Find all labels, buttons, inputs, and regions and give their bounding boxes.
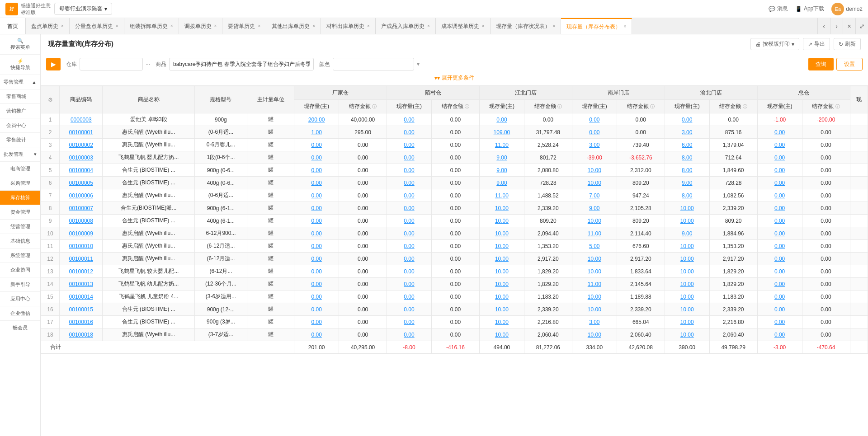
table-row: 6 00100005 合生元 (BIOSTIME) ... 400g (0-6.… — [41, 177, 868, 189]
tab-close-clck[interactable]: × — [366, 18, 371, 34]
sidebar-item-retailshop[interactable]: 零售商城 — [0, 89, 40, 104]
tab-fenliang[interactable]: 分量盘点单历史 × — [70, 18, 124, 34]
app-download-button[interactable]: 📱 App下载 — [795, 5, 824, 13]
sidebar-item-basics[interactable]: 基础信息 — [0, 234, 40, 248]
tab-pandian[interactable]: 盘点单历史 × — [26, 18, 70, 34]
info-icon1: ⓘ — [372, 104, 377, 109]
tab-clck[interactable]: 材料出库单历史 × — [321, 18, 376, 34]
tab-fullscreen-button[interactable]: ⤢ — [855, 18, 868, 34]
tab-kczt[interactable]: 现存量（库存状况表） × — [491, 18, 561, 34]
sidebar-item-quicknav[interactable]: ⚡ 快捷导航 — [0, 55, 40, 75]
sidebar-item-inventory[interactable]: 库存核算 — [0, 191, 40, 205]
table-row: 17 00100016 合生元 (BIOSTIME) ... 900g (3岁.… — [41, 316, 868, 328]
col-total-amt: 结存金额 ⓘ — [802, 100, 850, 113]
row-extra — [850, 227, 868, 240]
row-c5-amt: 1,379.04 — [709, 139, 757, 151]
row-c2-amt: 0.00 — [431, 177, 479, 189]
user-menu[interactable]: Ea demo2 — [831, 3, 863, 15]
warehouse-dots-button[interactable]: ··· — [146, 61, 150, 67]
tab-close-cbtz[interactable]: × — [481, 18, 486, 34]
print-button[interactable]: 🖨 按模版打印 ▾ — [750, 38, 799, 50]
sidebar-item-ecommerce[interactable]: 电商管理 — [0, 162, 40, 176]
tab-prev-button[interactable]: ‹ — [817, 18, 830, 34]
row-total-qty: 0.00 — [757, 202, 802, 215]
tab-close-fenliang[interactable]: × — [115, 18, 119, 34]
row-total-amt: 0.00 — [802, 328, 850, 341]
expand-conditions-button[interactable]: ▾▾ 展开更多条件 — [434, 74, 474, 82]
sidebar-item-marketing[interactable]: 营销推广 — [0, 104, 40, 118]
row-c2-amt: 0.00 — [431, 126, 479, 139]
row-code: 00100007 — [60, 202, 103, 215]
row-c3-qty: 10.00 — [480, 303, 524, 316]
sidebar-item-member[interactable]: 会员中心 — [0, 118, 40, 133]
row-total-qty: 0.00 — [757, 303, 802, 316]
sidebar-item-retail[interactable]: 零售管理 ▲ — [0, 75, 40, 89]
tab-close-yaohuo[interactable]: × — [257, 18, 261, 34]
row-c2-qty: 0.00 — [387, 113, 432, 126]
filter-collapse-btn[interactable]: ▶ — [46, 58, 61, 70]
tab-close-ccrkd[interactable]: × — [426, 18, 431, 34]
refresh-button[interactable]: ↻ 刷新 — [834, 38, 861, 50]
col-settings[interactable]: ⚙ — [41, 86, 60, 113]
sidebar-item-wholesale[interactable]: 批发管理 ▾ — [0, 147, 40, 162]
color-input[interactable] — [333, 58, 414, 70]
settings-button[interactable]: 设置 — [836, 58, 863, 70]
sidebar-item-retailstats[interactable]: 零售统计 — [0, 133, 40, 147]
tab-next-button[interactable]: › — [830, 18, 843, 34]
sidebar-item-operations[interactable]: 经营管理 — [0, 220, 40, 234]
row-c1-qty: 0.00 — [294, 164, 339, 177]
tab-qtck[interactable]: 其他出库单历史 × — [266, 18, 321, 34]
tab-nav-buttons: ‹ › × ⤢ — [817, 18, 868, 34]
row-c4-qty: 11.00 — [572, 278, 617, 291]
row-c4-amt: 0.00 — [617, 113, 665, 126]
tab-tiaob[interactable]: 调拨单历史 × — [179, 18, 223, 34]
sidebar-item-search[interactable]: 🔍 搜索英单 — [0, 34, 40, 55]
product-input[interactable] — [169, 58, 314, 70]
sidebar-item-wechat[interactable]: 企业微信 — [0, 306, 40, 321]
tab-ccrkd[interactable]: 产成品入库单历史 × — [376, 18, 436, 34]
tab-close-qtck[interactable]: × — [311, 18, 316, 34]
filter-product: 商品 — [156, 58, 314, 70]
message-button[interactable]: 💬 消息 — [769, 5, 788, 13]
sidebar-item-newguide[interactable]: 新手引导 — [0, 277, 40, 292]
warehouse-input[interactable] — [80, 58, 143, 70]
row-c3-amt: 2,094.40 — [524, 227, 572, 240]
col-mucun-amt: 结存金额 ⓘ — [431, 100, 479, 113]
tab-zucha[interactable]: 组装拆卸单历史 × — [124, 18, 179, 34]
row-c3-qty: 109.00 — [480, 126, 524, 139]
table-row: 10 00100009 惠氏启醒 (Wyeth illu... 6-12月900… — [41, 227, 868, 240]
sidebar-item-appcenter[interactable]: 应用中心 — [0, 292, 40, 306]
industry-selector[interactable]: 母婴行业演示陈套 ▾ — [54, 3, 112, 15]
tab-home[interactable]: 首页 — [0, 18, 26, 34]
sidebar-item-system[interactable]: 系统管理 — [0, 248, 40, 263]
row-c2-qty: 0.00 — [387, 291, 432, 303]
export-button[interactable]: ↗ 导出 — [803, 38, 830, 50]
tab-close-all-button[interactable]: × — [843, 18, 855, 34]
sidebar-item-collab[interactable]: 企业协同 — [0, 263, 40, 277]
row-total-amt: 0.00 — [802, 202, 850, 215]
tab-close-zucha[interactable]: × — [170, 18, 174, 34]
query-button[interactable]: 查询 — [808, 58, 834, 70]
sidebar-item-finance[interactable]: 资金管理 — [0, 205, 40, 220]
row-spec: 1段(0-6个... — [194, 151, 247, 164]
row-c2-amt: 0.00 — [431, 202, 479, 215]
row-name: 爱他美 卓晔3段 — [103, 113, 195, 126]
col-extra-header: 现 — [850, 86, 868, 113]
table-container: ⚙ 商品编码 商品名称 规格型号 主计量单位 厂家仓 陌村仓 江北门店 南岸门店… — [41, 86, 868, 436]
row-total-qty: 0.00 — [757, 328, 802, 341]
tab-close-kczt[interactable]: × — [552, 18, 557, 34]
tab-kcfb[interactable]: 现存量（库存分布表） × — [561, 18, 632, 34]
top-bar-right: 💬 消息 📱 App下载 Ea demo2 — [769, 3, 863, 15]
row-code: 00100010 — [60, 240, 103, 253]
row-spec: 900g (0-6... — [194, 164, 247, 177]
tab-cbtz[interactable]: 成本调整单历史 × — [436, 18, 491, 34]
sidebar-item-member2[interactable]: 畅会员 — [0, 321, 40, 335]
sidebar-item-purchase[interactable]: 采购管理 — [0, 176, 40, 191]
tab-close-kcfb[interactable]: × — [623, 18, 627, 34]
tab-yaohuo[interactable]: 要货单历史 × — [222, 18, 266, 34]
row-c4-qty: 10.00 — [572, 303, 617, 316]
row-c1-qty: 0.00 — [294, 215, 339, 227]
tab-close-tiaob[interactable]: × — [213, 18, 218, 34]
row-c5-amt: 2,339.20 — [709, 202, 757, 215]
tab-close-pandian[interactable]: × — [60, 18, 65, 34]
